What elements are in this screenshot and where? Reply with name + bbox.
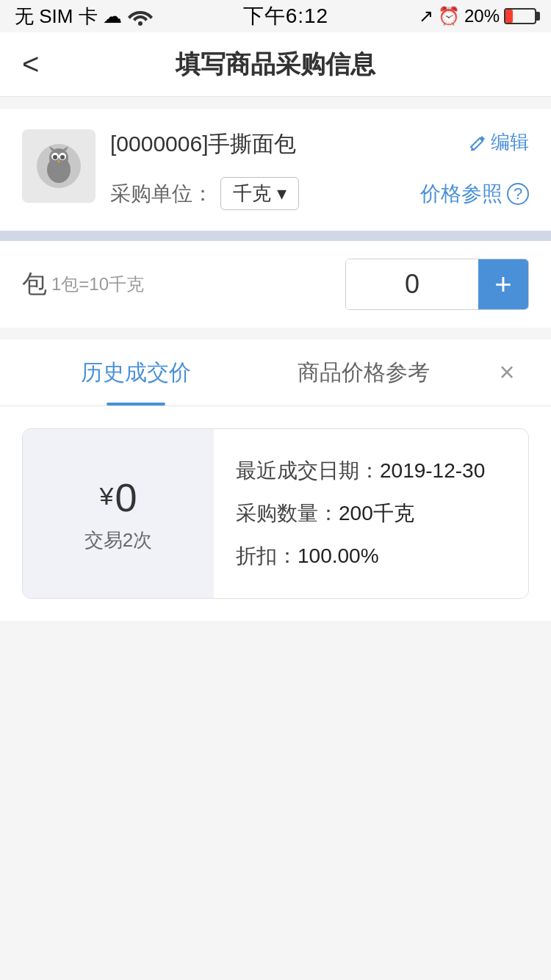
price-summary: ¥ 0 交易2次 (23, 429, 214, 598)
currency-symbol: ¥ (100, 482, 114, 511)
quantity-input-group: + (345, 259, 529, 310)
unit-badge: 包 1包=10千克 (22, 267, 144, 301)
unit-value: 千克 (233, 181, 271, 206)
signal-text: 无 SIM 卡 ☁ (15, 4, 122, 29)
battery-icon (504, 8, 536, 24)
price-section: ¥ 0 交易2次 最近成交日期：2019-12-30 采购数量：200千克 折扣… (0, 406, 551, 621)
page-rest (0, 621, 551, 980)
status-time: 下午6:12 (243, 2, 329, 30)
location-icon: ↗ (419, 6, 433, 26)
price-card: ¥ 0 交易2次 最近成交日期：2019-12-30 采购数量：200千克 折扣… (22, 428, 529, 599)
product-thumbnail (22, 129, 96, 203)
tabs-section: 历史成交价 商品价格参考 × ¥ 0 交易2次 最近成交日期：2019-12-3… (0, 339, 551, 621)
back-button[interactable]: < (15, 40, 46, 88)
svg-point-7 (60, 155, 65, 159)
status-left: 无 SIM 卡 ☁ (15, 4, 153, 29)
quantity-plus-button[interactable]: + (478, 259, 528, 309)
nav-bar: < 填写商品采购信息 (0, 32, 551, 97)
unit-label: 采购单位： (110, 180, 213, 208)
alarm-icon: ⏰ (438, 6, 460, 26)
price-value: 0 (115, 475, 137, 520)
edit-label: 编辑 (491, 129, 529, 155)
price-reference-button[interactable]: 价格参照 ? (420, 180, 529, 208)
discount-label: 折扣： (236, 544, 298, 567)
discount-row: 折扣：100.00% (236, 541, 506, 572)
wifi-icon (128, 7, 153, 26)
status-bar: 无 SIM 卡 ☁ 下午6:12 ↗ ⏰ 20% (0, 0, 551, 32)
tabs-bar: 历史成交价 商品价格参考 × (0, 339, 551, 406)
page-title: 填写商品采购信息 (176, 48, 375, 82)
edit-icon (469, 133, 488, 152)
price-ref-label: 价格参照 (420, 180, 503, 208)
svg-point-0 (138, 21, 143, 26)
unit-select[interactable]: 千克 ▾ (220, 177, 299, 210)
svg-point-6 (53, 155, 57, 159)
price-amount: ¥ 0 (100, 475, 137, 520)
purchase-quantity-label: 采购数量： (236, 502, 339, 525)
product-card: [0000006]手撕面包 编辑 采购单位： 千克 ▾ (0, 109, 551, 231)
tab-history-price[interactable]: 历史成交价 (22, 339, 250, 406)
edit-button[interactable]: 编辑 (469, 129, 529, 155)
recent-date-value: 2019-12-30 (380, 459, 485, 482)
transaction-count: 交易2次 (84, 527, 152, 553)
unit-conversion: 1包=10千克 (51, 273, 144, 296)
tab-product-price-label: 商品价格参考 (298, 358, 430, 388)
status-right: ↗ ⏰ 20% (419, 6, 536, 26)
section-divider (0, 231, 551, 241)
price-details: 最近成交日期：2019-12-30 采购数量：200千克 折扣：100.00% (214, 429, 528, 598)
product-info: [0000006]手撕面包 编辑 采购单位： 千克 ▾ (110, 129, 529, 210)
tab-active-underline (107, 403, 165, 406)
battery-percent: 20% (464, 6, 500, 26)
product-name: [0000006]手撕面包 (110, 129, 296, 159)
recent-date-label: 最近成交日期： (236, 459, 380, 482)
product-image (33, 140, 84, 192)
discount-value: 100.00% (298, 544, 379, 567)
quantity-input[interactable] (346, 259, 478, 309)
purchase-quantity-value: 200千克 (339, 502, 414, 525)
tab-product-price[interactable]: 商品价格参考 (250, 339, 478, 406)
quantity-row: 包 1包=10千克 + (0, 241, 551, 328)
unit-main: 包 (22, 267, 47, 301)
price-ref-help-icon: ? (507, 183, 529, 205)
dropdown-arrow-icon: ▾ (277, 182, 287, 205)
tab-history-price-label: 历史成交价 (81, 358, 191, 388)
purchase-quantity-row: 采购数量：200千克 (236, 498, 506, 529)
recent-date-row: 最近成交日期：2019-12-30 (236, 455, 506, 486)
tab-close-button[interactable]: × (485, 350, 529, 394)
